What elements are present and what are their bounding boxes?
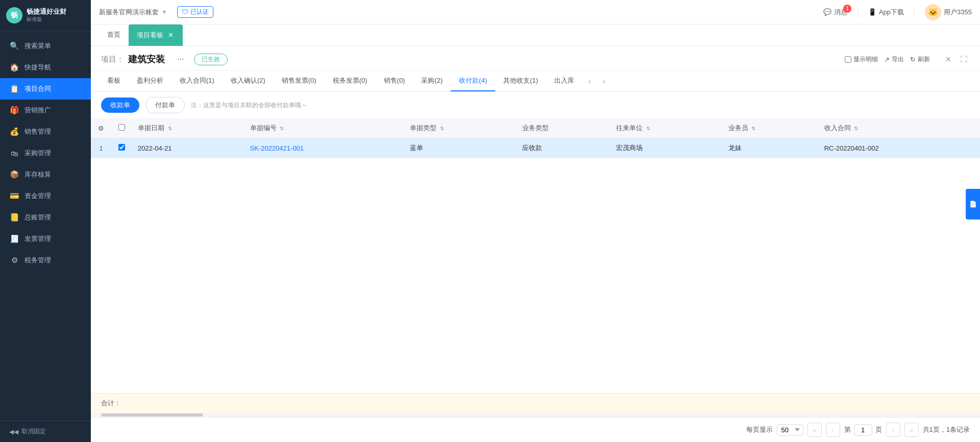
user-menu[interactable]: 🐱 用户3355 <box>925 4 972 20</box>
number-column-header[interactable]: 单据编号 ⇅ <box>244 118 404 138</box>
page-size-select[interactable]: 50 10 20 100 <box>777 424 803 436</box>
export-button[interactable]: ↗ 导出 <box>884 55 904 64</box>
sidebar-item-tax-mgmt[interactable]: ⚙ 税务管理 <box>0 250 91 271</box>
message-button[interactable]: 💬 消息 1 <box>823 8 847 17</box>
sub-nav-item-collection[interactable]: 收付款(4) <box>451 71 495 91</box>
app-download-button[interactable]: 📱 App下载 <box>868 8 904 17</box>
sidebar-nav: 🔍 搜索菜单 🏠 快捷导航 📋 项目合同 🎁 营销推广 💰 销售管理 🛍 采购管… <box>0 31 91 421</box>
salesperson-sort-icon: ⇅ <box>751 126 755 131</box>
sub-nav: 看板盈利分析收入合同(1)收入确认(2)销售发票(0)税务发票(0)销售(0)采… <box>91 71 980 92</box>
shield-icon: 🛡 <box>182 8 188 16</box>
select-all-checkbox[interactable] <box>118 124 125 131</box>
ledger-icon: 📒 <box>9 212 19 223</box>
sub-nav-item-sales[interactable]: 销售(0) <box>376 71 413 91</box>
phone-icon: 📱 <box>868 8 876 16</box>
next-page-icon: › <box>892 426 894 434</box>
sidebar-item-purchase-mgmt[interactable]: 🛍 采购管理 <box>0 142 91 164</box>
sidebar-item-project-contract[interactable]: 📋 项目合同 <box>0 78 91 100</box>
row-income-contract-cell: RC-20220401-002 <box>818 138 980 158</box>
date-header-label: 单据日期 <box>138 124 164 132</box>
row-number-cell[interactable]: SK-20220421-001 <box>244 138 404 158</box>
tab-close-button[interactable]: ✕ <box>166 31 175 39</box>
sidebar-header: 畅 畅捷通好业财 标准版 <box>0 0 91 31</box>
sub-nav-item-profit[interactable]: 盈利分析 <box>129 71 172 91</box>
collection-order-button[interactable]: 收款单 <box>101 97 139 113</box>
type-header-label: 单据类型 <box>410 124 436 132</box>
sub-nav-item-sales-invoice[interactable]: 销售发票(0) <box>274 71 325 91</box>
unpin-icon: ◀◀ <box>9 428 18 435</box>
settings-column-header[interactable]: ⚙ <box>91 118 111 138</box>
row-checkbox-cell[interactable] <box>111 138 132 158</box>
window-close-button[interactable]: ✕ <box>942 53 954 65</box>
document-number-link[interactable]: SK-20220421-001 <box>250 144 304 152</box>
salesperson-column-header[interactable]: 业务员 ⇅ <box>722 118 818 138</box>
page-suffix: 页 <box>875 425 882 434</box>
row-checkbox[interactable] <box>118 144 125 151</box>
sub-nav-item-tax-invoice[interactable]: 税务发票(0) <box>325 71 376 91</box>
next-page-button[interactable]: › <box>886 423 900 437</box>
sidebar-item-invoice-mgmt[interactable]: 🧾 发票管理 <box>0 228 91 250</box>
payment-order-button[interactable]: 付款单 <box>145 97 185 113</box>
sidebar-item-capital[interactable]: 💳 资金管理 <box>0 185 91 207</box>
date-column-header[interactable]: 单据日期 ⇅ <box>132 118 244 138</box>
sidebar-item-label-marketing: 营销推广 <box>24 106 51 115</box>
row-salesperson-cell: 龙妹 <box>722 138 818 158</box>
tab-project-board[interactable]: 项目看板 ✕ <box>129 24 183 46</box>
tab-home[interactable]: 首页 <box>99 24 129 46</box>
sub-nav-item-income-contract[interactable]: 收入合同(1) <box>172 71 223 91</box>
tab-project-board-label: 项目看板 <box>137 31 163 40</box>
salesperson-header-label: 业务员 <box>728 124 748 132</box>
sub-nav-item-income-confirm[interactable]: 收入确认(2) <box>223 71 274 91</box>
more-options-button[interactable]: ··· <box>173 54 188 65</box>
last-page-button[interactable]: » <box>904 423 919 437</box>
income-contract-column-header[interactable]: 收入合同 ⇅ <box>818 118 980 138</box>
income-contract-sort-icon: ⇅ <box>854 126 858 131</box>
table-row[interactable]: 1 2022-04-21 SK-20220421-001 蓝单 应收款 宏茂商场… <box>91 138 980 158</box>
pagination-current: 第 页 <box>844 424 882 436</box>
biz-type-column-header: 业务类型 <box>516 118 610 138</box>
sidebar-item-inventory[interactable]: 📦 库存核算 <box>0 164 91 185</box>
sidebar-item-search[interactable]: 🔍 搜索菜单 <box>0 35 91 57</box>
sub-nav-item-kanban[interactable]: 看板 <box>99 71 129 91</box>
invoice-mgmt-icon: 🧾 <box>9 234 19 244</box>
sidebar-item-label-quick-nav: 快捷导航 <box>24 63 51 72</box>
sidebar-item-sales-mgmt[interactable]: 💰 销售管理 <box>0 121 91 142</box>
sidebar-item-marketing[interactable]: 🎁 营销推广 <box>0 100 91 121</box>
window-expand-button[interactable]: ⛶ <box>958 53 970 65</box>
sub-nav-left-arrow[interactable]: ‹ <box>582 74 597 88</box>
project-contract-icon: 📋 <box>9 84 19 94</box>
page-number-input[interactable] <box>854 424 872 436</box>
account-selector[interactable]: 新服务官网演示账套 ▼ <box>99 8 167 17</box>
right-panel-icon: 📄 <box>969 201 977 208</box>
show-detail-checkbox[interactable]: 显示明细 <box>845 55 878 64</box>
purchase-mgmt-icon: 🛍 <box>9 148 19 158</box>
first-page-button[interactable]: « <box>807 423 822 437</box>
refresh-button[interactable]: ↻ 刷新 <box>910 55 930 64</box>
table-wrapper: ⚙ 单据日期 ⇅ 单据编号 ⇅ <box>91 118 980 393</box>
sidebar-app-subtitle: 标准版 <box>27 16 66 23</box>
export-icon: ↗ <box>884 56 890 63</box>
table-header-row: ⚙ 单据日期 ⇅ 单据编号 ⇅ <box>91 118 980 138</box>
prev-page-button[interactable]: ‹ <box>826 423 840 437</box>
sub-nav-item-warehouse[interactable]: 出入库 <box>546 71 582 91</box>
avatar: 🐱 <box>925 4 941 20</box>
right-panel-toggle[interactable]: 📄 <box>966 189 980 219</box>
title-prefix: 项目： <box>101 55 124 64</box>
partner-column-header[interactable]: 往来单位 ⇅ <box>610 118 722 138</box>
scrollbar-thumb[interactable] <box>101 413 203 416</box>
type-column-header[interactable]: 单据类型 ⇅ <box>404 118 516 138</box>
sidebar-title-block: 畅捷通好业财 标准版 <box>27 8 66 23</box>
horizontal-scrollbar[interactable] <box>91 413 980 417</box>
table-footer: 合计： <box>91 393 980 413</box>
sidebar-item-ledger[interactable]: 📒 总账管理 <box>0 207 91 228</box>
sub-nav-item-other-income[interactable]: 其他收支(1) <box>495 71 546 91</box>
toolbar-hint: 注：这里是与项目关联的全部收付款单哦～ <box>191 101 307 110</box>
sub-nav-right-arrow[interactable]: › <box>597 74 611 88</box>
topbar-divider-2 <box>914 7 915 17</box>
capital-icon: 💳 <box>9 191 19 201</box>
show-detail-input[interactable] <box>845 56 851 63</box>
total-label: 合计： <box>101 399 121 407</box>
sidebar-item-quick-nav[interactable]: 🏠 快捷导航 <box>0 57 91 78</box>
sidebar-footer[interactable]: ◀◀ 取消固定 <box>0 421 91 442</box>
sub-nav-item-purchase[interactable]: 采购(2) <box>413 71 451 91</box>
